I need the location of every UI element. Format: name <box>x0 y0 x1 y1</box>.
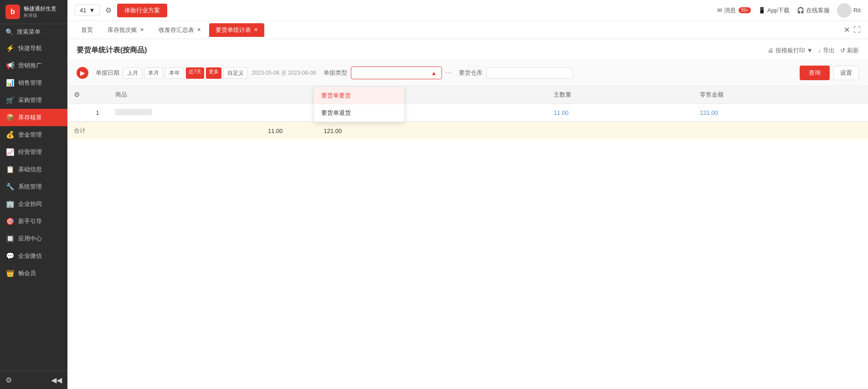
print-action[interactable]: 🖨 按模板打印 ▼ <box>768 46 813 55</box>
table-row: 1 块 11.00 121.00 <box>67 104 868 122</box>
sidebar-item-label: 销售管理 <box>18 79 42 87</box>
system-icon: 🔧 <box>5 183 15 191</box>
page-header: 要货单统计表(按商品) 🖨 按模板打印 ▼ ↓ 导出 ↺ 刷新 <box>67 39 868 60</box>
settings-btn[interactable]: 设置 <box>833 66 859 80</box>
dropdown-item-requisition-return[interactable]: 要货单退货 <box>314 104 404 122</box>
messages-badge: 99+ <box>739 7 751 13</box>
export-label: 导出 <box>823 46 835 55</box>
online-service-label: 在线客服 <box>806 6 830 15</box>
tab-close-icon[interactable]: ✕ <box>254 27 258 33</box>
row-product <box>109 104 344 122</box>
settings-icon[interactable]: ⚙ <box>5 376 12 384</box>
trial-btn[interactable]: 体验行业方案 <box>117 4 167 17</box>
tab-home-label: 首页 <box>81 26 93 34</box>
table-settings-icon[interactable]: ⚙ <box>74 91 80 98</box>
basic-info-icon: 📋 <box>5 165 15 174</box>
sidebar-item-enterprise[interactable]: 🏢 企业协同 <box>0 195 67 213</box>
table-area: ⚙ 商品 主计量单位 主数量 零售金额 1 <box>67 86 868 122</box>
query-btn[interactable]: 查询 <box>800 66 830 80</box>
sidebar: b 畅捷通好生意 标准版 🔍 搜索菜单 ⚡ 快捷导航 📢 营销推广 📊 销售管理… <box>0 0 67 389</box>
type-chevron-up-icon[interactable]: ▲ <box>431 70 437 77</box>
sidebar-item-finance[interactable]: 💰 资金管理 <box>0 126 67 143</box>
enterprise-icon: 🏢 <box>5 200 15 208</box>
guide-icon: 🎯 <box>5 217 15 225</box>
quantity-link[interactable]: 11.00 <box>554 109 569 116</box>
sidebar-item-label: 企业协同 <box>18 200 42 208</box>
tab-inventory-batch-label: 库存批次账 <box>108 26 137 34</box>
marketing-icon: 📢 <box>5 61 15 70</box>
tab-close-icon[interactable]: ✕ <box>197 27 201 33</box>
sidebar-item-label: 采购管理 <box>18 96 42 104</box>
tab-receivable-summary-label: 收发存汇总表 <box>159 26 194 34</box>
sidebar-item-app-center[interactable]: 🔲 应用中心 <box>0 230 67 247</box>
sales-icon: 📊 <box>5 79 15 87</box>
filter-more-icon[interactable]: ··· <box>446 69 452 77</box>
sidebar-item-purchase[interactable]: 🛒 采购管理 <box>0 92 67 109</box>
footer-amount: 121.00 <box>324 128 342 134</box>
more-dates-badge[interactable]: 更多 <box>206 67 221 79</box>
maximize-icon[interactable]: ⛶ <box>853 26 861 34</box>
type-input[interactable]: ▲ <box>351 67 442 79</box>
filter-expand-btn[interactable]: ▶ <box>77 67 88 79</box>
sidebar-item-inventory[interactable]: 📦 库存核算 <box>0 109 67 126</box>
sidebar-item-wechat[interactable]: 💬 企业微信 <box>0 247 67 265</box>
operations-icon: 📈 <box>5 148 15 156</box>
recent-7d-btn[interactable]: 近7天 <box>186 67 204 79</box>
online-service-action[interactable]: 🎧 在线客服 <box>797 6 830 15</box>
row-no: 1 <box>86 104 109 122</box>
sidebar-item-sales[interactable]: 📊 销售管理 <box>0 74 67 92</box>
tab-home[interactable]: 首页 <box>75 23 99 37</box>
sidebar-item-label: 企业微信 <box>18 252 42 260</box>
custom-date-btn[interactable]: 自定义 <box>223 67 248 79</box>
messages-action[interactable]: ✉ 消息 99+ <box>717 6 751 15</box>
search-icon: 🔍 <box>5 28 13 36</box>
refresh-icon: ↺ <box>840 47 845 54</box>
data-table: ⚙ 商品 主计量单位 主数量 零售金额 1 <box>67 86 868 122</box>
close-all-icon[interactable]: ✕ <box>844 26 850 34</box>
finance-icon: 💰 <box>5 131 15 139</box>
user-avatar-action[interactable]: Rit <box>837 3 861 18</box>
this-year-btn[interactable]: 本年 <box>165 67 184 79</box>
chevron-down-icon: ▼ <box>807 47 813 54</box>
tab-requisition-stats[interactable]: 要货单统计表 ✕ <box>209 23 264 37</box>
brand-sub: 标准版 <box>24 12 56 19</box>
sidebar-item-basic-info[interactable]: 📋 基础信息 <box>0 161 67 178</box>
export-action[interactable]: ↓ 导出 <box>818 46 835 55</box>
footer-label: 合计 <box>74 127 86 135</box>
store-selector[interactable]: 41 ▼ <box>75 5 100 16</box>
app-download-action[interactable]: 📱 App下载 <box>758 6 790 15</box>
this-month-btn[interactable]: 本月 <box>144 67 163 79</box>
refresh-action[interactable]: ↺ 刷新 <box>840 46 859 55</box>
product-placeholder <box>115 109 152 115</box>
warehouse-filter-label: 要货仓库 <box>459 69 483 77</box>
sidebar-item-vip[interactable]: 👑 畅会员 <box>0 265 67 282</box>
export-icon: ↓ <box>818 47 822 54</box>
amount-link[interactable]: 121.00 <box>700 109 718 116</box>
last-month-btn[interactable]: 上月 <box>123 67 142 79</box>
sidebar-item-label: 库存核算 <box>18 113 42 122</box>
dropdown-item-requisition-order[interactable]: 要货单要货 <box>314 87 404 104</box>
topbar-left: 41 ▼ ⚙ 体验行业方案 <box>75 4 167 17</box>
collapse-icon[interactable]: ◀◀ <box>51 376 62 384</box>
tab-close-icon[interactable]: ✕ <box>140 27 144 33</box>
sidebar-item-operations[interactable]: 📈 经营管理 <box>0 143 67 161</box>
sidebar-item-system[interactable]: 🔧 系统管理 <box>0 178 67 195</box>
row-settings-cell <box>67 104 86 122</box>
quick-nav-icon: ⚡ <box>5 44 15 52</box>
sidebar-item-guide[interactable]: 🎯 新手引导 <box>0 213 67 230</box>
search-menu-item[interactable]: 🔍 搜索菜单 <box>0 24 67 40</box>
warehouse-input[interactable] <box>486 67 573 79</box>
page-title: 要货单统计表(按商品) <box>77 46 147 55</box>
sidebar-item-quick-nav[interactable]: ⚡ 快捷导航 <box>0 40 67 57</box>
tab-inventory-batch[interactable]: 库存批次账 ✕ <box>101 23 150 37</box>
sidebar-item-marketing[interactable]: 📢 营销推广 <box>0 57 67 74</box>
app-download-label: App下载 <box>767 6 790 15</box>
tab-receivable-summary[interactable]: 收发存汇总表 ✕ <box>152 23 207 37</box>
sidebar-item-label: 畅会员 <box>18 269 36 277</box>
warehouse-filter-group: 要货仓库 <box>459 67 573 79</box>
brand-name: 畅捷通好生意 <box>24 5 56 13</box>
table-header-row: ⚙ 商品 主计量单位 主数量 零售金额 <box>67 86 868 104</box>
sidebar-item-label: 快捷导航 <box>18 44 42 52</box>
topbar-settings-icon[interactable]: ⚙ <box>105 6 112 15</box>
row-amount: 121.00 <box>693 104 868 122</box>
